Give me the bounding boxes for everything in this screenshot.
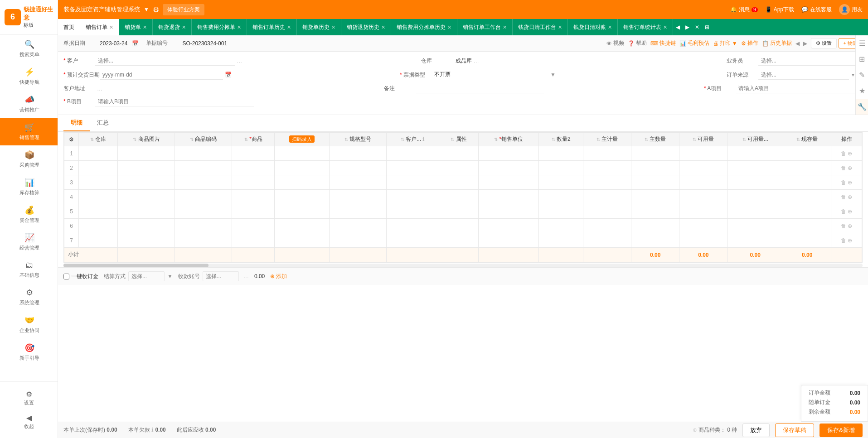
th-settings[interactable]: ⚙ (64, 133, 79, 146)
scan-btn[interactable]: 扫码录入 (289, 135, 315, 143)
row-product[interactable] (232, 146, 275, 161)
industry-btn[interactable]: 体验行业方案 (163, 4, 204, 15)
tab-detail[interactable]: 明细 (63, 115, 90, 131)
row-customer-code[interactable] (386, 146, 439, 161)
sidebar-settings[interactable]: ⚙ 设置 (0, 386, 58, 410)
sidebar-item-marketing[interactable]: 📣 营销推广 (0, 90, 58, 118)
tab-summary[interactable]: 汇总 (90, 115, 116, 131)
th-available[interactable]: ⇅ 可用量 (679, 133, 727, 146)
view-btn[interactable]: 👁 视频 (606, 39, 624, 47)
sidebar-item-sales[interactable]: 🛒 销售管理 (0, 118, 58, 145)
row-scan[interactable] (275, 146, 329, 161)
copy-icon[interactable]: ⊕ (848, 150, 852, 157)
tab-order-history[interactable]: 销售订单历史 ✕ (247, 19, 297, 35)
tab-return-history[interactable]: 销货退货历史 ✕ (341, 19, 391, 35)
row-image[interactable] (118, 146, 175, 161)
th-scan[interactable]: 扫码录入 (275, 133, 329, 146)
sidebar-item-guide[interactable]: 🎯 新手引导 (0, 338, 58, 366)
right-panel-icon-2[interactable]: ⊞ (856, 51, 868, 67)
delete-icon[interactable]: 🗑 (841, 208, 846, 215)
receipt-account-input[interactable] (203, 271, 239, 281)
customer-expand-icon[interactable]: … (237, 58, 242, 64)
th-unit[interactable]: ⇅ *销售单位 (478, 133, 539, 146)
tab-close-icon[interactable]: ✕ (237, 24, 241, 30)
history-btn[interactable]: 📋 历史单据 (762, 39, 792, 47)
b-project-input[interactable] (95, 97, 254, 106)
row-main-unit[interactable] (583, 146, 631, 161)
address-expand-icon[interactable]: … (97, 86, 102, 92)
one-click-checkbox[interactable] (63, 274, 69, 279)
save-draft-btn[interactable]: 保存草稿 (775, 424, 814, 437)
settings-btn[interactable]: ⚙ 设置 (811, 38, 837, 48)
copy-icon[interactable]: ⊕ (848, 223, 852, 229)
customer-input[interactable] (95, 56, 235, 66)
user-avatar[interactable]: 👤 用友 (839, 4, 863, 15)
horizontal-scrollbar[interactable] (63, 264, 863, 267)
settings-gear-icon[interactable]: ⚙ (153, 5, 159, 14)
sidebar-item-management[interactable]: 📈 经营管理 (0, 228, 58, 256)
row-code[interactable] (175, 146, 232, 161)
row-qty2[interactable] (539, 146, 583, 161)
sidebar-item-purchase[interactable]: 📦 采购管理 (0, 145, 58, 173)
tab-prev-arrow[interactable]: ◀ (673, 19, 683, 35)
delete-icon[interactable]: 🗑 (841, 223, 846, 229)
profit-btn[interactable]: 📊 毛利预估 (679, 39, 709, 47)
delete-icon[interactable]: 🗑 (841, 165, 846, 171)
shortcut-btn[interactable]: ⌨ 快捷键 (650, 39, 676, 47)
sidebar-item-system[interactable]: ⚙ 系统管理 (0, 283, 58, 311)
nav-next-icon[interactable]: ▶ (803, 40, 807, 47)
tab-return[interactable]: 销货退货 ✕ (153, 19, 192, 35)
add-btn[interactable]: ⊕ 添加 (270, 273, 287, 280)
tab-close-all[interactable]: ✕ (692, 19, 702, 35)
th-image[interactable]: ⇅ 商品图片 (118, 133, 175, 146)
tab-close-icon[interactable]: ✕ (663, 24, 667, 30)
th-product[interactable]: ⇅ *商品 (232, 133, 275, 146)
row-available[interactable] (679, 146, 727, 161)
delete-icon[interactable]: 🗑 (841, 150, 846, 157)
tab-expense[interactable]: 销售费用分摊单 ✕ (192, 19, 247, 35)
th-main-unit[interactable]: ⇅ 主计量 (583, 133, 631, 146)
right-panel-icon-4[interactable]: ★ (856, 83, 868, 99)
delete-icon[interactable]: 🗑 (841, 237, 846, 244)
tab-cash-reconcile[interactable]: 钱货日清对账 ✕ (568, 19, 618, 35)
tab-expense-history[interactable]: 销售费用分摊单历史 ✕ (391, 19, 457, 35)
sidebar-item-info[interactable]: 🗂 基础信息 (0, 256, 58, 283)
tab-close-icon[interactable]: ✕ (608, 24, 612, 30)
save-new-btn[interactable]: 保存&新增 (820, 424, 863, 437)
tab-close-icon[interactable]: ✕ (381, 24, 385, 30)
calendar-icon[interactable]: 📅 (132, 40, 139, 47)
row-warehouse[interactable] (79, 146, 118, 161)
th-available2[interactable]: ⇅ 可用量... (727, 133, 783, 146)
th-current-stock[interactable]: ⇅ 现存量 (783, 133, 831, 146)
tab-home[interactable]: 首页 (58, 19, 80, 35)
delete-icon[interactable]: 🗑 (841, 179, 846, 186)
th-attr[interactable]: ⇅ 属性 (439, 133, 478, 146)
th-main-qty[interactable]: ⇅ 主数量 (631, 133, 679, 146)
tab-close-icon[interactable]: ✕ (447, 24, 451, 30)
tab-next-arrow[interactable]: ▶ (683, 19, 692, 35)
row-unit[interactable] (478, 146, 539, 161)
tab-cash-workbench[interactable]: 钱货日清工作台 ✕ (513, 19, 568, 35)
right-panel-icon-3[interactable]: ✎ (856, 67, 868, 83)
notification-btn[interactable]: 🔔 消息 9 (730, 6, 758, 14)
operation-btn[interactable]: ⚙ 操作 (741, 39, 758, 47)
tab-close-icon[interactable]: ✕ (182, 24, 186, 30)
delete-icon[interactable]: 🗑 (841, 194, 846, 200)
delivery-calendar-icon[interactable]: 📅 (225, 72, 232, 78)
sidebar-item-search[interactable]: 🔍 搜索菜单 (0, 35, 58, 63)
tab-goods-history[interactable]: 销货单历史 ✕ (297, 19, 341, 35)
help-btn[interactable]: ❓ 帮助 (628, 39, 647, 47)
sidebar-item-finance[interactable]: 💰 资金管理 (0, 201, 58, 228)
sidebar-collapse[interactable]: ◀ 收起 (0, 410, 58, 433)
payment-method-input[interactable] (128, 271, 165, 281)
th-qty2[interactable]: ⇅ 数量2 (539, 133, 583, 146)
th-code[interactable]: ⇅ 商品编码 (175, 133, 232, 146)
print-btn[interactable]: 🖨 打印 ▼ (713, 39, 737, 47)
nav-prev-icon[interactable]: ◀ (795, 40, 800, 47)
row-main-qty[interactable] (631, 146, 679, 161)
invoice-select[interactable]: 不开票 ▼ (432, 69, 558, 80)
right-panel-icon-5[interactable]: 🔧 (856, 99, 868, 115)
th-warehouse[interactable]: ⇅ 仓库 (79, 133, 118, 146)
tab-sales-order[interactable]: 销售订单 ✕ (80, 19, 119, 35)
th-spec[interactable]: ⇅ 规格型号 (329, 133, 386, 146)
